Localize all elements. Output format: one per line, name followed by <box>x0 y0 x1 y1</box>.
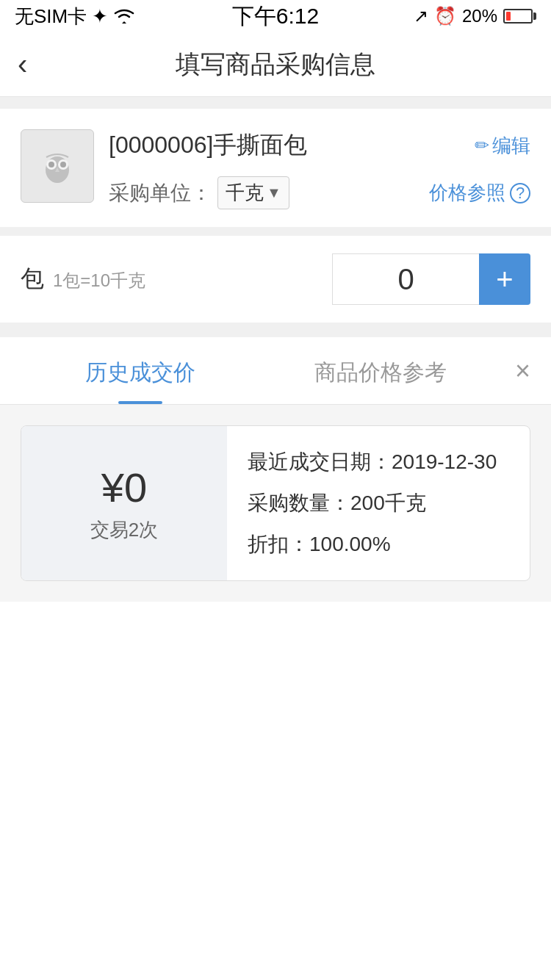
wifi-icon <box>114 8 134 24</box>
tab-underline <box>118 401 162 404</box>
battery-icon <box>503 9 536 24</box>
edit-button[interactable]: ✏ 编辑 <box>475 133 530 159</box>
detail-date-value: 2019-12-30 <box>392 450 497 473</box>
price-reference-button[interactable]: 价格参照 ? <box>429 180 530 206</box>
trade-count: 交易2次 <box>90 517 158 543</box>
help-icon: ? <box>510 183 530 203</box>
quantity-unit: 包 <box>21 263 44 295</box>
section-gap <box>0 323 551 330</box>
main-background <box>0 602 551 980</box>
price-right-panel: 最近成交日期：2019-12-30 采购数量：200千克 折扣：100.00% <box>227 426 530 580</box>
edit-icon: ✏ <box>475 135 489 156</box>
carrier-label: 无SIM卡 ✦ <box>15 4 108 29</box>
quantity-input-group: 0 + <box>332 253 530 305</box>
detail-discount-label: 折扣： <box>248 533 309 555</box>
location-icon: ↗ <box>414 6 428 26</box>
tab-history-price[interactable]: 历史成交价 <box>21 337 260 404</box>
tab-close-button[interactable]: × <box>500 341 530 401</box>
section-divider <box>0 227 551 236</box>
unit-label: 采购单位： <box>109 179 212 207</box>
battery-percent: 20% <box>462 6 497 26</box>
price-amount: ¥0 <box>101 464 147 511</box>
tab-product-price-ref-label: 商品价格参考 <box>314 360 447 384</box>
back-button[interactable]: ‹ <box>18 48 27 81</box>
tab-product-price-ref[interactable]: 商品价格参考 <box>260 337 500 404</box>
nav-bar: ‹ 填写商品采购信息 <box>0 32 551 97</box>
status-time: 下午6:12 <box>232 1 319 32</box>
price-left-panel: ¥0 交易2次 <box>21 426 227 580</box>
svg-point-3 <box>48 162 54 167</box>
unit-value: 千克 <box>226 180 264 206</box>
detail-discount-value: 100.00% <box>309 533 391 555</box>
currency-symbol: ¥ <box>101 464 124 511</box>
alarm-icon: ⏰ <box>434 6 456 26</box>
history-price-content: ¥0 交易2次 最近成交日期：2019-12-30 采购数量：200千克 折扣：… <box>0 405 551 602</box>
product-image <box>21 129 94 203</box>
tab-history-price-label: 历史成交价 <box>85 360 195 384</box>
detail-qty-row: 采购数量：200千克 <box>248 488 509 519</box>
detail-date-row: 最近成交日期：2019-12-30 <box>248 447 509 478</box>
status-left: 无SIM卡 ✦ <box>15 4 134 29</box>
quantity-value: 0 <box>397 263 414 296</box>
detail-date-label: 最近成交日期： <box>248 450 392 473</box>
quantity-conversion: 1包=10千克 <box>53 269 145 292</box>
product-section: [0000006]手撕面包 ✏ 编辑 采购单位： 千克 ▼ 价格参照 ? <box>0 109 551 227</box>
svg-point-4 <box>60 162 66 167</box>
quantity-increment-button[interactable]: + <box>479 253 530 305</box>
price-value: 0 <box>124 464 147 511</box>
price-card: ¥0 交易2次 最近成交日期：2019-12-30 采购数量：200千克 折扣：… <box>21 425 530 581</box>
product-name: [0000006]手撕面包 <box>109 129 307 162</box>
detail-discount-row: 折扣：100.00% <box>248 529 509 560</box>
page-title: 填写商品采购信息 <box>176 48 375 82</box>
product-logo-icon <box>35 144 79 188</box>
product-unit-row: 采购单位： 千克 ▼ 价格参照 ? <box>109 176 530 209</box>
quantity-label-group: 包 1包=10千克 <box>21 263 145 295</box>
detail-qty-value: 200千克 <box>350 491 426 514</box>
detail-qty-label: 采购数量： <box>248 491 350 514</box>
product-header: [0000006]手撕面包 ✏ 编辑 <box>109 129 530 162</box>
price-ref-label: 价格参照 <box>429 180 505 206</box>
dropdown-arrow-icon: ▼ <box>267 184 281 201</box>
product-info: [0000006]手撕面包 ✏ 编辑 采购单位： 千克 ▼ 价格参照 ? <box>109 129 530 209</box>
tabs-section: 历史成交价 商品价格参考 × <box>0 337 551 405</box>
tabs-header: 历史成交价 商品价格参考 × <box>0 337 551 404</box>
quantity-input[interactable]: 0 <box>332 253 479 305</box>
status-bar: 无SIM卡 ✦ 下午6:12 ↗ ⏰ 20% <box>0 0 551 32</box>
status-right: ↗ ⏰ 20% <box>414 6 536 26</box>
unit-select[interactable]: 千克 ▼ <box>217 176 289 209</box>
quantity-section: 包 1包=10千克 0 + <box>0 236 551 323</box>
